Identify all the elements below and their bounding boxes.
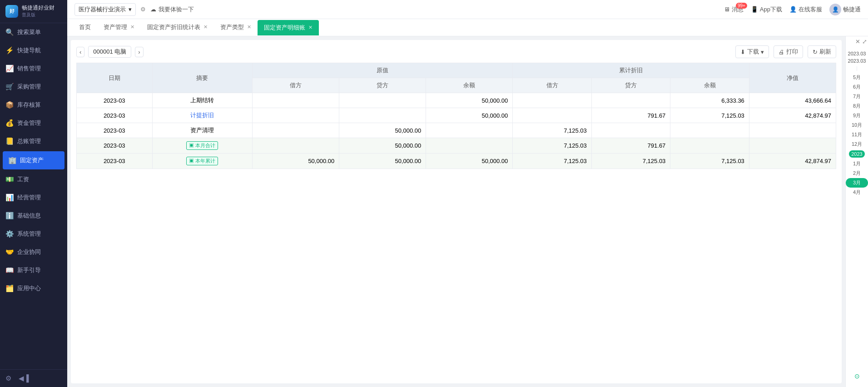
year-badge[interactable]: 2023 [849,150,864,158]
sidebar-item-enterprise[interactable]: 🤝 企业协同 [0,243,67,261]
panel-expand-icon[interactable]: ⤢ [862,38,867,45]
header-left: 医疗器械行业演示 ▾ ⚙ ☁ 我要体验一下 [74,3,194,16]
salary-icon: 💵 [5,175,14,184]
month-12[interactable]: 12月 [846,139,868,149]
toolbar-actions: ⬇ 下载 ▾ 🖨 打印 ↻ 刷新 [735,45,836,58]
right-panel: ✕ ⤢ 2023.03 2023.03 5月 6月 7月 8月 9月 10月 1… [845,36,868,387]
company-selector[interactable]: 医疗器械行业演示 ▾ [74,3,136,16]
quick-nav-icon: ⚡ [5,46,14,55]
content-area: ‹ 000001 电脑 › ⬇ 下载 ▾ 🖨 打印 ↻ [67,36,868,387]
collapse-icon[interactable]: ◀▐ [19,374,29,382]
tab-asset-detail[interactable]: 固定资产明细账 ✕ [258,20,319,35]
col-date: 日期 [77,63,153,93]
sidebar-item-fixed-assets[interactable]: 🏢 固定资产 [3,151,64,169]
tab-depreciation-close[interactable]: ✕ [203,24,208,30]
sidebar-item-inventory[interactable]: 📦 库存核算 [0,96,67,114]
tab-depreciation[interactable]: 固定资产折旧统计表 ✕ [141,20,214,36]
panel-close-icon[interactable]: ✕ [855,38,860,45]
logo-icon: 好 [5,5,18,18]
sidebar-item-system[interactable]: ⚙️ 系统管理 [0,225,67,243]
sidebar-item-operations[interactable]: 📊 经营管理 [0,189,67,207]
yearly-summary: ▣ 本年累计 [152,154,253,169]
enterprise-icon: 🤝 [5,248,14,256]
app-center-icon: 🗂️ [5,284,14,293]
month-2[interactable]: 2月 [846,169,868,178]
online-service-button[interactable]: 👤 在线客服 [789,5,822,14]
message-badge: 99+ [736,3,747,9]
month-5[interactable]: 5月 [846,73,868,82]
tab-home[interactable]: 首页 [73,20,97,36]
month-3[interactable]: 3月 [846,178,868,188]
col-dep-credit: 贷方 [591,78,670,93]
ledger-icon: 📒 [5,137,14,145]
tab-asset-type[interactable]: 资产类型 ✕ [214,20,258,36]
sidebar-label-fixed-assets: 固定资产 [20,156,44,164]
month-8[interactable]: 8月 [846,101,868,111]
tab-asset-mgmt[interactable]: 资产管理 ✕ [97,20,141,36]
table-row: 2023-03 资产清理 50,000.00 7,125.03 [77,123,836,138]
sidebar-item-search[interactable]: 🔍 搜索菜单 [0,23,67,41]
tab-depreciation-label: 固定资产折旧统计表 [147,23,200,31]
sidebar-item-purchase[interactable]: 🛒 采购管理 [0,78,67,96]
experience-button[interactable]: ☁ 我要体验一下 [150,5,194,14]
month-11[interactable]: 11月 [846,130,868,139]
sidebar-label-ledger: 总账管理 [17,137,41,145]
month-10[interactable]: 10月 [846,120,868,130]
basic-info-icon: ℹ️ [5,212,14,220]
print-button[interactable]: 🖨 打印 [774,45,803,58]
app-download-button[interactable]: 📱 App下载 [751,5,782,14]
month-9[interactable]: 9月 [846,111,868,120]
sidebar-item-ledger[interactable]: 📒 总账管理 [0,132,67,150]
sidebar-item-quick-nav[interactable]: ⚡ 快捷导航 [0,41,67,60]
row1-summary: 上期结转 [152,93,253,108]
sidebar-item-sales[interactable]: 📈 销售管理 [0,60,67,78]
month-1[interactable]: 1月 [846,159,868,169]
next-asset-button[interactable]: › [135,47,143,57]
month-6[interactable]: 6月 [846,82,868,92]
sidebar-label-salary: 工资 [17,175,29,184]
row1-credit [339,93,426,108]
user-profile[interactable]: 👤 畅捷通 [829,4,861,15]
row3-dep-credit [591,123,670,138]
month-7[interactable]: 7月 [846,92,868,101]
panel-chevron-icon[interactable]: ⊙ [854,372,860,380]
yearly-net-value: 42,874.97 [749,154,836,169]
prev-asset-button[interactable]: ‹ [76,47,84,57]
yearly-credit: 50,000.00 [339,154,426,169]
refresh-button[interactable]: ↻ 刷新 [808,45,836,58]
sidebar-label-purchase: 采购管理 [17,83,41,91]
asset-id-display: 000001 电脑 [88,46,131,58]
settings-gear-icon[interactable]: ⚙ [140,6,146,13]
row2-date: 2023-03 [77,108,153,123]
col-dep-debit: 借方 [513,78,592,93]
row3-net-value [749,123,836,138]
tab-asset-type-close[interactable]: ✕ [247,24,251,30]
col-summary: 摘要 [152,63,253,93]
settings-icon[interactable]: ⚙ [5,374,11,382]
table-row: 2023-03 上期结转 50,000.00 6,333.36 43,666.6… [77,93,836,108]
sidebar-label-basic-info: 基础信息 [17,212,41,220]
tab-asset-detail-close[interactable]: ✕ [308,25,312,30]
month-4[interactable]: 4月 [846,188,868,197]
row2-summary: 计提折旧 [152,108,253,123]
sidebar-item-guide[interactable]: 📖 新手引导 [0,261,67,279]
data-table: 日期 摘要 原值 累计折旧 净值 借方 贷方 余额 借方 贷方 余额 [76,63,836,169]
tab-asset-mgmt-close[interactable]: ✕ [130,24,134,30]
monthly-credit: 50,000.00 [339,138,426,154]
main-area: 医疗器械行业演示 ▾ ⚙ ☁ 我要体验一下 🖥 消息 99+ 📱 App下载 👤… [67,0,868,387]
sidebar-label-finance: 资金管理 [17,119,41,127]
sidebar-label-quick-nav: 快捷导航 [17,46,41,55]
row3-summary: 资产清理 [152,123,253,138]
sales-icon: 📈 [5,64,14,73]
panel-date-label1: 2023.03 [848,50,866,57]
sidebar-item-salary[interactable]: 💵 工资 [0,170,67,189]
sidebar-item-app-center[interactable]: 🗂️ 应用中心 [0,279,67,298]
monthly-summary: ▣ 本月合计 [152,138,253,154]
sidebar-label-inventory: 库存核算 [17,101,41,109]
download-button[interactable]: ⬇ 下载 ▾ [735,45,769,58]
message-button[interactable]: 🖥 消息 99+ [724,5,744,14]
tab-asset-detail-label: 固定资产明细账 [264,24,305,32]
sidebar-item-basic-info[interactable]: ℹ️ 基础信息 [0,207,67,225]
sidebar-item-finance[interactable]: 💰 资金管理 [0,114,67,132]
search-icon: 🔍 [5,28,14,36]
